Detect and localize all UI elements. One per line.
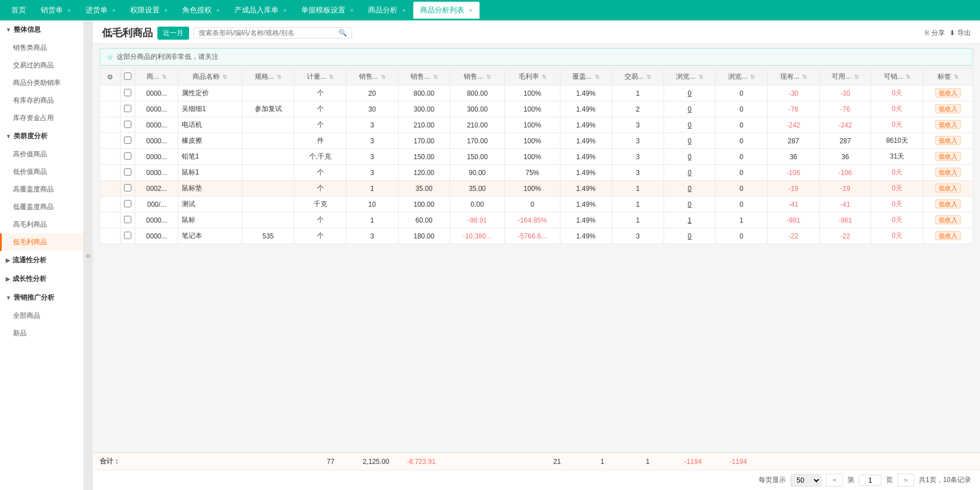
sidebar-group-growth[interactable]: ▶ 成长性分析 [0,270,83,288]
col-sales-amt[interactable]: 销售... ⇅ [398,69,450,86]
row-checkbox[interactable] [124,152,131,160]
row-checkbox[interactable] [124,168,131,176]
page-size-select[interactable]: 50 20 100 [790,474,821,487]
col-coverage[interactable]: 覆盖... ⇅ [560,69,612,86]
close-icon[interactable]: × [67,7,71,14]
time-filter-button[interactable]: 近一月 [157,27,189,40]
nav-permissions[interactable]: 权限设置 × [123,2,174,19]
col-name[interactable]: 商品名称 ⇅ [178,69,242,86]
nav-template[interactable]: 单据模板设置 × [294,2,360,19]
cell-view1[interactable]: 0 [664,133,716,149]
cell-view1[interactable]: 0 [664,101,716,117]
cell-checkbox[interactable] [121,165,135,181]
sidebar-item-all-goods[interactable]: 全部商品 [0,307,83,325]
cell-sales-qty: 3 [346,165,398,181]
cell-view1[interactable]: 0 [664,86,716,101]
sidebar-item-category-rate[interactable]: 商品分类助销率 [0,74,83,92]
cell-code: 0000... [135,212,178,228]
cell-view1[interactable]: 1 [664,212,716,228]
sidebar-item-high-value[interactable]: 高价值商品 [0,146,83,163]
sidebar-item-stocked-goods[interactable]: 有库存的商品 [0,92,83,109]
cell-sales-amt: 210.00 [398,117,450,133]
nav-goods-analysis-list[interactable]: 商品分析列表 × [413,2,479,19]
col-checkbox[interactable] [121,69,135,86]
next-page-button[interactable]: ＞ [897,474,914,487]
close-icon[interactable]: × [216,7,220,14]
col-sales-profit[interactable]: 销售... ⇅ [450,69,505,86]
nav-product-in[interactable]: 产成品入库单 × [228,2,293,19]
close-icon[interactable]: × [469,7,472,14]
sidebar-group-overall-label: 整体信息 [14,25,41,35]
sidebar-item-high-coverage[interactable]: 高覆盖度商品 [0,181,83,198]
col-current-stock[interactable]: 现有... ⇅ [768,69,820,86]
cell-checkbox[interactable] [121,101,135,117]
cell-checkbox[interactable] [121,117,135,133]
cell-checkbox[interactable] [121,212,135,228]
col-saleable[interactable]: 可销... ⇅ [871,69,923,86]
cell-view1[interactable]: 0 [664,181,716,197]
cell-view1[interactable]: 0 [664,117,716,133]
nav-goods-analysis[interactable]: 商品分析 × [361,2,412,19]
col-settings[interactable]: ⚙ [100,69,121,86]
cell-unit: 个 [294,101,346,117]
cell-checkbox[interactable] [121,197,135,212]
col-spec[interactable]: 规格... ⇅ [242,69,294,86]
cell-saleable: 0天 [871,181,923,197]
row-checkbox[interactable] [124,89,131,96]
nav-sales[interactable]: 销货单 × [34,2,78,19]
sidebar-group-flow[interactable]: ▶ 流通性分析 [0,251,83,270]
sidebar-item-low-margin[interactable]: 低毛利商品 [0,233,83,251]
cell-view1[interactable]: 0 [664,149,716,165]
close-icon[interactable]: × [350,7,353,14]
sidebar-item-new-goods[interactable]: 新品 [0,325,83,342]
sidebar-item-low-value[interactable]: 低价值商品 [0,163,83,181]
sidebar-item-sales-goods[interactable]: 销售类商品 [0,39,83,57]
sidebar-group-cluster[interactable]: ▼ 类群度分析 [0,127,83,146]
close-icon[interactable]: × [283,7,286,14]
cell-checkbox[interactable] [121,133,135,149]
nav-purchase[interactable]: 进货单 × [79,2,122,19]
row-checkbox[interactable] [124,137,131,144]
select-all-checkbox[interactable] [124,73,131,80]
sidebar-item-traded-goods[interactable]: 交易过的商品 [0,57,83,74]
data-table-container[interactable]: ⚙ 商... ⇅ 商品名称 ⇅ 规格... ⇅ 计量... ⇅ 销售... ⇅ … [100,68,973,452]
col-tag[interactable]: 标签 ⇅ [923,69,973,86]
col-sales-qty[interactable]: 销售... ⇅ [346,69,398,86]
col-code[interactable]: 商... ⇅ [135,69,178,86]
sidebar-item-high-margin[interactable]: 高毛利商品 [0,216,83,233]
close-icon[interactable]: × [164,7,168,14]
col-trade-count[interactable]: 交易... ⇅ [612,69,664,86]
cell-checkbox[interactable] [121,228,135,244]
close-icon[interactable]: × [402,7,405,14]
sidebar-collapse-button[interactable]: « [84,20,93,490]
sidebar-item-stock-funds[interactable]: 库存资金占用 [0,109,83,127]
row-checkbox[interactable] [124,200,131,207]
row-checkbox[interactable] [124,232,131,239]
row-checkbox[interactable] [124,121,131,128]
sidebar-item-low-coverage[interactable]: 低覆盖度商品 [0,198,83,216]
sidebar-group-overall[interactable]: ▼ 整体信息 [0,20,83,39]
page-input[interactable] [859,475,881,486]
close-icon[interactable]: × [112,7,115,14]
prev-page-button[interactable]: ＜ [826,474,843,487]
cell-view1[interactable]: 0 [664,197,716,212]
search-input[interactable] [199,29,339,37]
nav-roles[interactable]: 角色授权 × [176,2,226,19]
row-checkbox[interactable] [124,184,131,191]
col-gross-rate[interactable]: 毛利率 ⇅ [504,69,560,86]
row-checkbox[interactable] [124,216,131,223]
col-view2[interactable]: 浏览... ⇅ [716,69,768,86]
cell-checkbox[interactable] [121,149,135,165]
nav-home[interactable]: 首页 [5,2,33,19]
sidebar-group-marketing[interactable]: ▼ 营销推广分析 [0,288,83,307]
col-available[interactable]: 可用... ⇅ [819,69,871,86]
cell-checkbox[interactable] [121,181,135,197]
col-view1[interactable]: 浏览... ⇅ [664,69,716,86]
share-button[interactable]: ⎘ 分享 [925,28,945,38]
export-button[interactable]: ⬇ 导出 [949,28,971,38]
row-checkbox[interactable] [124,105,131,112]
cell-checkbox[interactable] [121,86,135,101]
cell-view1[interactable]: 0 [664,165,716,181]
cell-view1[interactable]: 0 [664,228,716,244]
col-unit[interactable]: 计量... ⇅ [294,69,346,86]
